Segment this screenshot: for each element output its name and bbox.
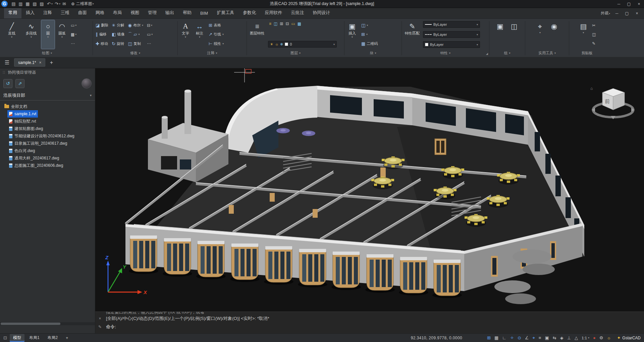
- leader-button[interactable]: ↗引线▾: [208, 32, 225, 37]
- ungroup-button[interactable]: ◫: [507, 20, 521, 49]
- fillet-button[interactable]: ⌒▱▾: [127, 30, 144, 39]
- tab-manage[interactable]: 管理: [144, 7, 161, 18]
- panel-label-clipboard[interactable]: 剪贴板: [569, 50, 605, 56]
- ortho-toggle[interactable]: ∟: [502, 335, 506, 340]
- user-avatar[interactable]: [82, 78, 92, 88]
- rectangle-button[interactable]: ▭▾: [70, 23, 77, 28]
- group-button[interactable]: ▣: [493, 20, 507, 49]
- model-canvas[interactable]: Z Y X: [95, 68, 644, 312]
- tab-output[interactable]: 输出: [161, 7, 178, 18]
- linear-dim-button[interactable]: ⊢线性▾: [208, 41, 225, 46]
- command-close-icon[interactable]: ×: [97, 316, 103, 321]
- grid-toggle[interactable]: ⊞: [487, 335, 491, 340]
- settings-gear-icon[interactable]: ⚙: [599, 335, 603, 340]
- hatch-button[interactable]: ▩▾: [70, 32, 77, 37]
- linetype-dropdown[interactable]: ByLayer ▾: [423, 31, 480, 38]
- file-tab-close-icon[interactable]: ×: [39, 60, 41, 65]
- tab-home[interactable]: 常用: [4, 7, 21, 18]
- tab-cloud-markup[interactable]: 云批注: [286, 7, 308, 18]
- qrcode-button[interactable]: ▦二维码: [360, 41, 379, 46]
- panel-label-layers[interactable]: 图层▾: [247, 50, 344, 56]
- panel-grip-icon[interactable]: ⁞⁞: [3, 70, 5, 74]
- panel-label-properties[interactable]: 特性▾◢: [402, 50, 489, 56]
- close-button[interactable]: ×: [634, 0, 644, 8]
- measure-button[interactable]: ⌖ ▾: [533, 20, 547, 49]
- circle-button[interactable]: ○ 圆▾: [41, 20, 55, 49]
- maximize-button[interactable]: ▢: [624, 0, 634, 8]
- print-button[interactable]: ▨: [38, 0, 45, 8]
- tab-bim[interactable]: BIM: [196, 8, 212, 18]
- tab-view[interactable]: 视图: [126, 7, 144, 18]
- model-tab[interactable]: 模型: [10, 334, 24, 342]
- tab-express-tools[interactable]: 扩展工具: [212, 7, 238, 18]
- cycling-toggle[interactable]: ⇆: [553, 335, 556, 340]
- properties-dialog-launcher[interactable]: ◢: [486, 52, 488, 55]
- text-button[interactable]: A 文字▾: [179, 20, 192, 49]
- tab-help[interactable]: 帮助: [178, 7, 196, 18]
- snap-toggle[interactable]: ▦: [494, 335, 498, 340]
- panel-label-group[interactable]: 组▾: [489, 50, 525, 56]
- comment-icon[interactable]: ✉: [61, 0, 68, 8]
- cut-button[interactable]: ✂: [591, 23, 597, 28]
- explode-button[interactable]: ✳分解: [111, 21, 125, 30]
- otrack-toggle[interactable]: ∠: [525, 335, 529, 340]
- open-file-button[interactable]: ▥: [17, 0, 24, 8]
- drawing-viewport[interactable]: Z Y X: [95, 68, 644, 312]
- polar-toggle[interactable]: ✧: [510, 335, 514, 340]
- file-tab-sample1[interactable]: sample.1* ×: [14, 58, 45, 67]
- rotate-button[interactable]: ↻旋转: [111, 39, 125, 48]
- tree-item-outline[interactable]: 建筑轮廓图.dwg: [7, 125, 45, 132]
- undo-caret-icon[interactable]: ▾: [51, 2, 53, 5]
- arc-button[interactable]: ◠ 圆弧▾: [55, 20, 69, 49]
- layer-state-icon[interactable]: ≡: [269, 21, 271, 26]
- insert-block-button[interactable]: ▣ 插入▾: [345, 20, 359, 49]
- sync-button[interactable]: ↺: [3, 79, 12, 88]
- panel-label-annotate[interactable]: 注释▾: [178, 50, 247, 56]
- model-space-icon[interactable]: ⊡: [3, 335, 7, 340]
- tree-item-sample1[interactable]: sample.1.rvt: [7, 110, 38, 118]
- annotation-scale-toggle[interactable]: △: [575, 335, 578, 340]
- table-button[interactable]: ⊞表格: [208, 23, 225, 28]
- layer-dropdown[interactable]: ☀ ☼ ❄ 0 ▾: [268, 41, 337, 48]
- panel-label-utilities[interactable]: 实用工具▾: [525, 50, 569, 56]
- dynamic-input-toggle[interactable]: ⌖: [533, 335, 535, 341]
- boolean-button[interactable]: ◉布尔▾: [127, 21, 144, 30]
- layer-freeze-icon[interactable]: ⊟: [285, 21, 289, 26]
- layout2-tab[interactable]: 布局2: [44, 334, 61, 342]
- command-line-panel[interactable]: 指定窗口的角点，输入比例因子 (nX 或 nXP)，或者 × [全部(A)/中心…: [95, 312, 644, 333]
- tab-insert[interactable]: 插入: [21, 7, 39, 18]
- panel-label-block[interactable]: 块▾: [344, 50, 401, 56]
- panel-horizontal-scrollbar[interactable]: [0, 322, 95, 325]
- layer-isolate-icon[interactable]: ◫: [274, 21, 277, 26]
- tree-root-folder[interactable]: 全部文档: [3, 103, 29, 110]
- offset-button[interactable]: ∥偏移: [95, 30, 109, 39]
- layout1-tab[interactable]: 布局1: [26, 334, 43, 342]
- app-logo-icon[interactable]: G: [1, 1, 8, 7]
- match-properties-button[interactable]: ✎ 特性匹配: [403, 20, 422, 49]
- line-button[interactable]: ╱ 直线▾: [2, 20, 21, 49]
- doc-minimize-button[interactable]: ─: [613, 10, 621, 17]
- isolate-objects-toggle[interactable]: ●: [593, 335, 596, 340]
- more-modify-button[interactable]: ⋯: [146, 41, 154, 46]
- move-button[interactable]: ✚移动: [95, 39, 109, 48]
- color-dropdown[interactable]: ByLayer ▾: [423, 21, 480, 28]
- doc-restore-button[interactable]: ▢: [623, 10, 631, 17]
- lineweight-toggle[interactable]: ≡: [539, 335, 541, 340]
- scale-dropdown[interactable]: 1:1▾: [582, 336, 589, 340]
- appearance-dropdown[interactable]: 外观 ▾: [601, 10, 610, 16]
- copy-button[interactable]: ◫复制: [127, 39, 144, 48]
- osnap-toggle[interactable]: ⊙: [518, 335, 521, 340]
- layer-lock-icon[interactable]: ▭: [291, 21, 295, 26]
- panel-label-draw[interactable]: 绘图▾: [1, 50, 93, 56]
- block-attribute-button[interactable]: ⊞▾: [360, 32, 379, 37]
- new-file-tab-button[interactable]: +: [48, 60, 55, 66]
- more-draw-button[interactable]: ⋯: [70, 41, 77, 46]
- dimension-button[interactable]: ↔ 标注▾: [193, 20, 206, 49]
- tab-surface[interactable]: 曲面: [74, 7, 91, 18]
- layer-match-icon[interactable]: ▩: [298, 21, 301, 26]
- save-button[interactable]: ▦: [24, 0, 31, 8]
- doc-close-button[interactable]: ×: [633, 10, 641, 17]
- copy-base-button[interactable]: ✎: [591, 41, 597, 46]
- dynamic-ucs-toggle[interactable]: ⊥: [567, 335, 571, 340]
- layer-properties-button[interactable]: ≡ 图层特性: [248, 20, 267, 49]
